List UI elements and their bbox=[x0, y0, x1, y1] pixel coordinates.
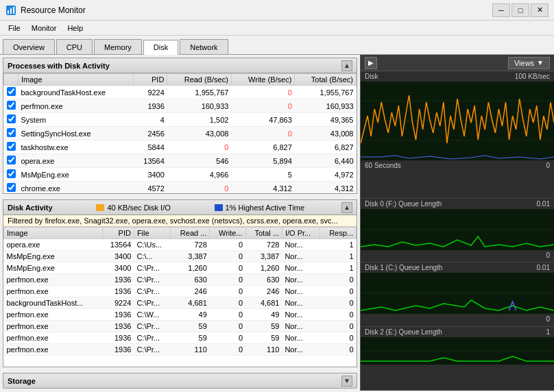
expand-button[interactable]: ▶ bbox=[365, 57, 377, 69]
table-row[interactable]: MsMpEng.exe 3400 C:\Pr... 1,260 0 1,260 … bbox=[4, 262, 357, 274]
row-pid: 3400 bbox=[102, 262, 134, 274]
col-image[interactable]: Image bbox=[19, 74, 134, 86]
col-da-image[interactable]: Image bbox=[4, 228, 103, 239]
processes-collapse-btn[interactable]: ▲ bbox=[341, 60, 352, 71]
col-da-pid[interactable]: PID bbox=[102, 228, 134, 239]
table-row[interactable]: perfmon.exe 1936 C:\Pr... 59 0 59 Nor...… bbox=[4, 321, 357, 332]
row-write: 0 bbox=[210, 344, 245, 356]
row-checkbox[interactable] bbox=[4, 113, 19, 127]
table-row[interactable]: backgroundTaskHost... 9224 C:\Pr... 4,68… bbox=[4, 297, 357, 309]
col-read[interactable]: Read (B/sec) bbox=[167, 74, 232, 86]
views-button[interactable]: Views ▼ bbox=[508, 57, 550, 69]
legend-io-box bbox=[96, 204, 104, 211]
tab-cpu[interactable]: CPU bbox=[56, 39, 93, 54]
filter-bar: Filtered by firefox.exe, Snagit32.exe, o… bbox=[3, 215, 357, 227]
row-total: 630 bbox=[245, 274, 282, 286]
row-checkbox[interactable] bbox=[4, 99, 19, 113]
row-iopri: Nor... bbox=[282, 274, 320, 286]
row-file: C:\Pr... bbox=[134, 344, 171, 356]
row-image: backgroundTaskHost.exe bbox=[19, 86, 134, 99]
table-row[interactable]: System 4 1,502 47,863 49,365 bbox=[4, 113, 357, 127]
row-read: 4,681 bbox=[171, 297, 210, 309]
table-row[interactable]: perfmon.exe 1936 C:\Pr... 630 0 630 Nor.… bbox=[4, 274, 357, 286]
col-da-total[interactable]: Total ... bbox=[245, 228, 282, 239]
menu-bar: File Monitor Help bbox=[0, 21, 554, 36]
row-image: perfmon.exe bbox=[4, 286, 103, 297]
row-pid: 4 bbox=[134, 113, 167, 127]
table-row[interactable]: backgroundTaskHost.exe 9224 1,955,767 0 … bbox=[4, 86, 357, 99]
row-checkbox[interactable] bbox=[4, 86, 19, 99]
storage-collapse-btn[interactable]: ▼ bbox=[341, 376, 352, 387]
row-read: 246 bbox=[171, 286, 210, 297]
col-total[interactable]: Total (B/sec) bbox=[295, 74, 357, 86]
table-row[interactable]: chrome.exe 4572 0 4,312 4,312 bbox=[4, 182, 357, 194]
row-checkbox[interactable] bbox=[4, 168, 19, 182]
disk2-chart-section: Disk 2 (E:) Queue Length 1 bbox=[361, 327, 554, 391]
row-image: opera.exe bbox=[19, 154, 134, 168]
tab-network[interactable]: Network bbox=[180, 39, 228, 54]
table-row[interactable]: opera.exe 13564 546 5,894 6,440 bbox=[4, 154, 357, 168]
row-write: 0 bbox=[210, 332, 245, 344]
row-iopri: Nor... bbox=[282, 239, 320, 251]
row-iopri: Nor... bbox=[282, 321, 320, 332]
maximize-button[interactable]: □ bbox=[511, 3, 529, 17]
col-da-resp[interactable]: Resp... bbox=[320, 228, 357, 239]
col-pid[interactable]: PID bbox=[134, 74, 167, 86]
row-file: C:\... bbox=[134, 251, 171, 262]
tab-memory[interactable]: Memory bbox=[94, 39, 142, 54]
col-da-file[interactable]: File bbox=[134, 228, 171, 239]
tab-overview[interactable]: Overview bbox=[3, 39, 55, 54]
disk-chart-label: Disk 100 KB/sec bbox=[361, 71, 554, 82]
table-row[interactable]: MsMpEng.exe 3400 4,966 5 4,972 bbox=[4, 168, 357, 182]
row-checkbox[interactable] bbox=[4, 127, 19, 140]
table-row[interactable]: perfmon.exe 1936 C:\Pr... 59 0 59 Nor...… bbox=[4, 332, 357, 344]
row-read: 59 bbox=[171, 332, 210, 344]
row-image: perfmon.exe bbox=[4, 274, 103, 286]
disk-chart-section: Disk 100 KB/sec bbox=[361, 71, 554, 199]
row-pid: 13564 bbox=[134, 154, 167, 168]
menu-file[interactable]: File bbox=[3, 23, 26, 34]
disk-activity-collapse-btn[interactable]: ▲ bbox=[341, 202, 352, 213]
row-read: 1,502 bbox=[167, 113, 232, 127]
table-row[interactable]: perfmon.exe 1936 C:\Pr... 110 0 110 Nor.… bbox=[4, 344, 357, 356]
row-image: MsMpEng.exe bbox=[4, 262, 103, 274]
table-row[interactable]: perfmon.exe 1936 C:\W... 49 0 49 Nor... … bbox=[4, 309, 357, 321]
disk-activity-header: Disk Activity 40 KB/sec Disk I/O 1% High… bbox=[3, 200, 357, 215]
row-iopri: Nor... bbox=[282, 297, 320, 309]
table-row[interactable]: perfmon.exe 1936 160,933 0 160,933 bbox=[4, 99, 357, 113]
tab-disk[interactable]: Disk bbox=[143, 40, 178, 55]
row-read: 1,955,767 bbox=[167, 86, 232, 99]
disk-activity-table-wrapper[interactable]: Image PID File Read ... Write... Total .… bbox=[3, 227, 357, 367]
row-checkbox[interactable] bbox=[4, 182, 19, 194]
row-checkbox[interactable] bbox=[4, 140, 19, 154]
col-da-read[interactable]: Read ... bbox=[171, 228, 210, 239]
disk1-chart-max: 0.01 bbox=[537, 264, 550, 271]
menu-monitor[interactable]: Monitor bbox=[26, 23, 62, 34]
row-write: 5 bbox=[231, 168, 294, 182]
row-image: opera.exe bbox=[4, 239, 103, 251]
disk-chart-title: Disk bbox=[365, 73, 378, 80]
storage-header: Storage ▼ bbox=[3, 373, 357, 389]
row-total: 3,387 bbox=[245, 251, 282, 262]
disk0-chart-bottom: 0 bbox=[361, 250, 554, 260]
row-image: perfmon.exe bbox=[4, 344, 103, 356]
row-checkbox[interactable] bbox=[4, 154, 19, 168]
disk2-chart-title: Disk 2 (E:) Queue Length bbox=[365, 328, 442, 336]
legend-active-label: 1% Highest Active Time bbox=[226, 204, 305, 212]
row-pid: 13564 bbox=[102, 239, 134, 251]
col-da-iopri[interactable]: I/O Pr... bbox=[282, 228, 320, 239]
row-total: 160,933 bbox=[295, 99, 357, 113]
table-row[interactable]: opera.exe 13564 C:\Us... 728 0 728 Nor..… bbox=[4, 239, 357, 251]
col-da-write[interactable]: Write... bbox=[210, 228, 245, 239]
table-row[interactable]: MsMpEng.exe 3400 C:\... 3,387 0 3,387 No… bbox=[4, 251, 357, 262]
minimize-button[interactable]: ─ bbox=[492, 3, 510, 17]
table-row[interactable]: perfmon.exe 1936 C:\Pr... 246 0 246 Nor.… bbox=[4, 286, 357, 297]
row-total: 4,681 bbox=[245, 297, 282, 309]
processes-table-wrapper[interactable]: Image PID Read (B/sec) Write (B/sec) Tot… bbox=[3, 73, 357, 193]
close-button[interactable]: ✕ bbox=[531, 3, 549, 17]
col-write[interactable]: Write (B/sec) bbox=[231, 74, 294, 86]
table-row[interactable]: SettingSyncHost.exe 2456 43,008 0 43,008 bbox=[4, 127, 357, 140]
row-resp: 0 bbox=[320, 344, 357, 356]
table-row[interactable]: taskhostw.exe 5844 0 6,827 6,827 bbox=[4, 140, 357, 154]
menu-help[interactable]: Help bbox=[62, 23, 88, 34]
